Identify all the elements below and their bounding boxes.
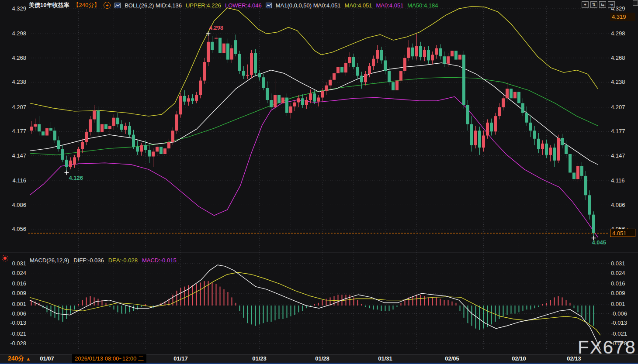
price-annotation: 4.045 bbox=[592, 239, 607, 246]
date-tick-label: 02/05 bbox=[439, 355, 465, 362]
chart-window: 美债10年收益率 【240分】 + BOLL(26,2) MID:4.136 U… bbox=[0, 0, 638, 364]
ma0-yellow-label: MA0:4.051 bbox=[345, 2, 372, 9]
date-tick-label: 01/07 bbox=[34, 355, 60, 362]
reference-price-label: 4.319 bbox=[610, 13, 635, 21]
period-text: 240分 bbox=[8, 355, 24, 362]
boll-label[interactable]: BOLL(26,2) MID:4.136 bbox=[125, 2, 182, 9]
date-tick-label: 01/17 bbox=[168, 355, 194, 362]
boll-lower-label: LOWER:4.046 bbox=[225, 2, 262, 9]
date-tick-label: 02/13 bbox=[561, 355, 587, 362]
macd-value-label: MACD:-0.015 bbox=[142, 257, 177, 264]
axis-swap-button[interactable]: ⇆ bbox=[599, 1, 606, 8]
symbol-title: 美债10年收益率 bbox=[29, 1, 69, 9]
period-indicator[interactable]: 240分 ▲ bbox=[8, 355, 31, 363]
jump-to-latest-button[interactable]: ⇥ bbox=[608, 1, 615, 8]
period-arrow-icon: ▲ bbox=[26, 356, 31, 361]
axis-zoom-button[interactable]: ⇅ bbox=[590, 1, 597, 8]
date-tick-label: 01/28 bbox=[309, 355, 336, 362]
macd-params-label[interactable]: MACD(26,12,9) bbox=[30, 257, 69, 264]
macd-dea-label: DEA:-0.028 bbox=[108, 257, 138, 264]
indicator-chart-icon bbox=[266, 3, 272, 8]
chart-toolbar: +⇅⇆⇥ bbox=[582, 1, 615, 8]
price-annotation: 4.126 bbox=[69, 175, 83, 181]
record-dot-icon[interactable] bbox=[2, 255, 8, 261]
add-indicator-icon[interactable]: + bbox=[104, 2, 111, 9]
boll-upper-label: UPPER:4.226 bbox=[186, 2, 221, 9]
current-price-label: 4.051 bbox=[610, 229, 635, 237]
date-tick-label: 01/31 bbox=[372, 355, 399, 362]
ma50-label: MA50:4.184 bbox=[407, 2, 438, 9]
ma-group-label[interactable]: MA1(0,0,0,50) MA0:4.051 bbox=[276, 2, 341, 9]
period-tag[interactable]: 【240分】 bbox=[73, 1, 100, 9]
selected-bar-datetime: 2026/01/13 08:00~12:00 二 bbox=[72, 354, 146, 363]
date-tick-label: 01/23 bbox=[246, 355, 273, 362]
panel-corner-icon[interactable] bbox=[633, 0, 638, 6]
chart-header: 美债10年收益率 【240分】 + BOLL(26,2) MID:4.136 U… bbox=[29, 1, 438, 9]
pan-tool-button[interactable]: + bbox=[582, 1, 589, 8]
ma0-magenta-label: MA0:4.051 bbox=[376, 2, 403, 9]
price-chart-canvas[interactable] bbox=[0, 0, 638, 354]
price-annotation: 4.298 bbox=[209, 24, 224, 31]
macd-diff-label: DIFF:-0.036 bbox=[73, 257, 104, 264]
macd-header: MACD(26,12,9) DIFF:-0.036 DEA:-0.028 MAC… bbox=[30, 257, 177, 264]
date-tick-label: 02/10 bbox=[506, 355, 532, 362]
indicator-chart-icon bbox=[114, 3, 121, 8]
